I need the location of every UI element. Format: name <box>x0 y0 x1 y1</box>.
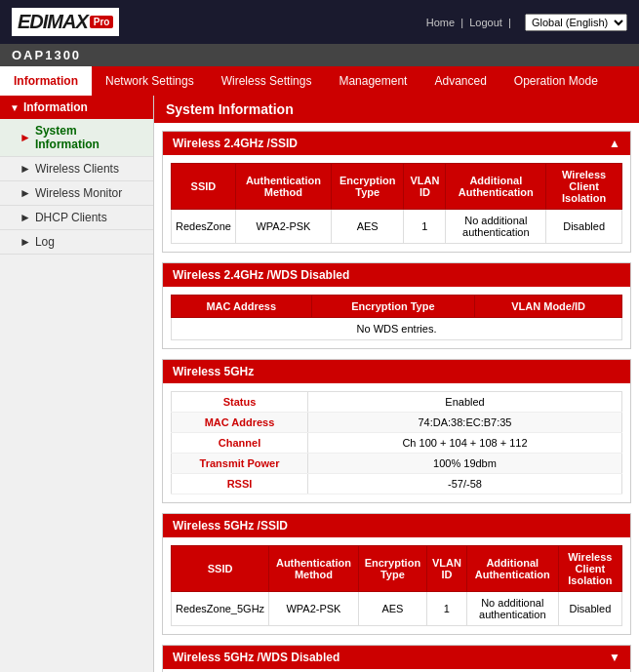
value-channel: Ch 100 + 104 + 108 + 112 <box>308 433 622 454</box>
no-entries-24: No WDS entries. <box>172 318 622 340</box>
table-row: RedesZone_5GHz WPA2-PSK AES 1 No additio… <box>172 592 622 626</box>
device-model: OAP1300 <box>0 44 639 66</box>
header-links: Home | Logout | Global (English) <box>426 14 627 31</box>
section-title-wireless5-ssid: Wireless 5GHz /SSID <box>173 519 288 533</box>
cell-isolation: Disabled <box>546 210 622 244</box>
section-title-wireless24-ssid: Wireless 2.4GHz /SSID <box>173 137 298 150</box>
scroll-up-icon[interactable]: ▲ <box>609 137 620 150</box>
logo-text: EDIMAX <box>18 11 88 33</box>
logo: EDIMAX Pro <box>12 8 119 36</box>
col-vlan-id: VLAN ID <box>404 164 446 210</box>
main-nav: Information Network Settings Wireless Se… <box>0 66 639 96</box>
cell-additional-5: No additional authentication <box>466 592 558 626</box>
table-row: RedesZone WPA2-PSK AES 1 No additional a… <box>172 210 622 244</box>
sidebar-arrow-icon: ▼ <box>10 102 20 113</box>
label-channel: Channel <box>172 433 308 454</box>
value-power: 100% 19dbm <box>308 454 622 474</box>
content-wrapper: ▼ Information ► System Information ► Wir… <box>0 96 639 672</box>
sidebar-item-wireless-monitor[interactable]: ► Wireless Monitor <box>0 181 153 206</box>
sidebar-arrow-icon-5: ► <box>20 211 31 224</box>
nav-advanced[interactable]: Advanced <box>420 66 499 96</box>
section-body-wireless24-ssid: SSID Authentication Method Encryption Ty… <box>163 155 630 252</box>
value-rssi: -57/-58 <box>308 474 622 494</box>
col-enc-type: Encryption Type <box>331 164 403 210</box>
section-header-wireless5-wds: Wireless 5GHz /WDS Disabled ▼ <box>163 646 630 669</box>
section-wireless5-ssid: Wireless 5GHz /SSID SSID Authentication … <box>162 513 631 635</box>
label-status: Status <box>172 392 308 413</box>
nav-network-settings[interactable]: Network Settings <box>92 66 208 96</box>
sidebar-item-label-3: Wireless Monitor <box>35 186 122 200</box>
cell-isolation-5: Disabled <box>558 592 621 626</box>
home-link[interactable]: Home <box>426 17 455 28</box>
table-row: Status Enabled <box>172 392 622 413</box>
value-mac: 74:DA:38:EC:B7:35 <box>308 413 622 433</box>
scroll-down-icon[interactable]: ▼ <box>609 651 620 664</box>
header: EDIMAX Pro Home | Logout | Global (Engli… <box>0 0 639 44</box>
main-content: System Information Wireless 2.4GHz /SSID… <box>154 96 639 672</box>
cell-enc: AES <box>331 210 403 244</box>
wireless5-ssid-table: SSID Authentication Method Encryption Ty… <box>171 545 622 626</box>
section-header-wireless24-ssid: Wireless 2.4GHz /SSID ▲ <box>163 132 630 155</box>
cell-auth: WPA2-PSK <box>235 210 331 244</box>
section-wireless24-ssid: Wireless 2.4GHz /SSID ▲ SSID Authenticat… <box>162 131 631 253</box>
sidebar-item-log[interactable]: ► Log <box>0 230 153 255</box>
section-title-wireless24-wds: Wireless 2.4GHz /WDS Disabled <box>173 268 349 282</box>
section-body-wireless24-wds: MAC Address Encryption Type VLAN Mode/ID… <box>163 287 630 348</box>
table-row: Transmit Power 100% 19dbm <box>172 454 622 474</box>
sidebar-item-label: System Information <box>35 124 143 151</box>
section-header-wireless5-ssid: Wireless 5GHz /SSID <box>163 514 630 537</box>
table-row: No WDS entries. <box>172 318 622 340</box>
sidebar-item-label-4: DHCP Clients <box>35 211 107 224</box>
logo-pro: Pro <box>90 16 114 28</box>
nav-operation-mode[interactable]: Operation Mode <box>500 66 612 96</box>
label-mac: MAC Address <box>172 413 308 433</box>
section-title-wireless5-info: Wireless 5GHz <box>173 365 254 378</box>
col-enc-type-wds: Encryption Type <box>311 296 475 318</box>
col-additional-auth: Additional Authentication <box>446 164 546 210</box>
sidebar-item-label-2: Wireless Clients <box>35 162 119 176</box>
col-client-isolation: Wireless Client Isolation <box>546 164 622 210</box>
sidebar-item-label-5: Log <box>35 235 55 249</box>
cell-additional: No additional authentication <box>446 210 546 244</box>
sidebar-group-information: ▼ Information ► System Information ► Wir… <box>0 96 153 255</box>
wireless24-ssid-table: SSID Authentication Method Encryption Ty… <box>171 163 622 244</box>
section-title-wireless5-wds: Wireless 5GHz /WDS Disabled <box>173 651 339 664</box>
sidebar-group-label: Information <box>23 100 88 114</box>
col-client-isolation-5: Wireless Client Isolation <box>558 546 621 592</box>
cell-vlan: 1 <box>404 210 446 244</box>
cell-enc-5: AES <box>358 592 426 626</box>
col-ssid-5: SSID <box>172 546 269 592</box>
section-wireless5-wds: Wireless 5GHz /WDS Disabled ▼ MAC Addres… <box>162 645 631 672</box>
sidebar-group-header[interactable]: ▼ Information <box>0 96 153 119</box>
sidebar-item-system-information[interactable]: ► System Information <box>0 119 153 157</box>
section-wireless5-info: Wireless 5GHz Status Enabled MAC Address… <box>162 359 631 503</box>
sidebar-item-dhcp-clients[interactable]: ► DHCP Clients <box>0 206 153 230</box>
col-additional-auth-5: Additional Authentication <box>466 546 558 592</box>
sidebar-arrow-icon-6: ► <box>20 235 31 249</box>
value-status: Enabled <box>308 392 622 413</box>
nav-wireless-settings[interactable]: Wireless Settings <box>208 66 326 96</box>
cell-auth-5: WPA2-PSK <box>269 592 359 626</box>
language-select[interactable]: Global (English) <box>525 14 627 31</box>
section-wireless24-wds: Wireless 2.4GHz /WDS Disabled MAC Addres… <box>162 262 631 349</box>
table-row: Channel Ch 100 + 104 + 108 + 112 <box>172 433 622 454</box>
nav-management[interactable]: Management <box>325 66 420 96</box>
wireless5-info-table: Status Enabled MAC Address 74:DA:38:EC:B… <box>171 391 622 494</box>
sidebar: ▼ Information ► System Information ► Wir… <box>0 96 154 672</box>
section-body-wireless5-info: Status Enabled MAC Address 74:DA:38:EC:B… <box>163 383 630 502</box>
sidebar-item-wireless-clients[interactable]: ► Wireless Clients <box>0 157 153 181</box>
cell-ssid-5: RedesZone_5GHz <box>172 592 269 626</box>
col-mac: MAC Address <box>172 296 312 318</box>
wireless24-wds-table: MAC Address Encryption Type VLAN Mode/ID… <box>171 295 622 340</box>
col-ssid: SSID <box>172 164 236 210</box>
col-auth-method-5: Authentication Method <box>269 546 359 592</box>
sidebar-arrow-icon-3: ► <box>20 162 31 176</box>
section-body-wireless5-ssid: SSID Authentication Method Encryption Ty… <box>163 537 630 634</box>
cell-vlan-5: 1 <box>426 592 466 626</box>
col-vlan-id-5: VLAN ID <box>426 546 466 592</box>
nav-information[interactable]: Information <box>0 66 92 96</box>
sidebar-arrow-icon-2: ► <box>20 131 31 144</box>
section-header-wireless24-wds: Wireless 2.4GHz /WDS Disabled <box>163 263 630 287</box>
logout-link[interactable]: Logout <box>469 17 502 28</box>
cell-ssid: RedesZone <box>172 210 236 244</box>
